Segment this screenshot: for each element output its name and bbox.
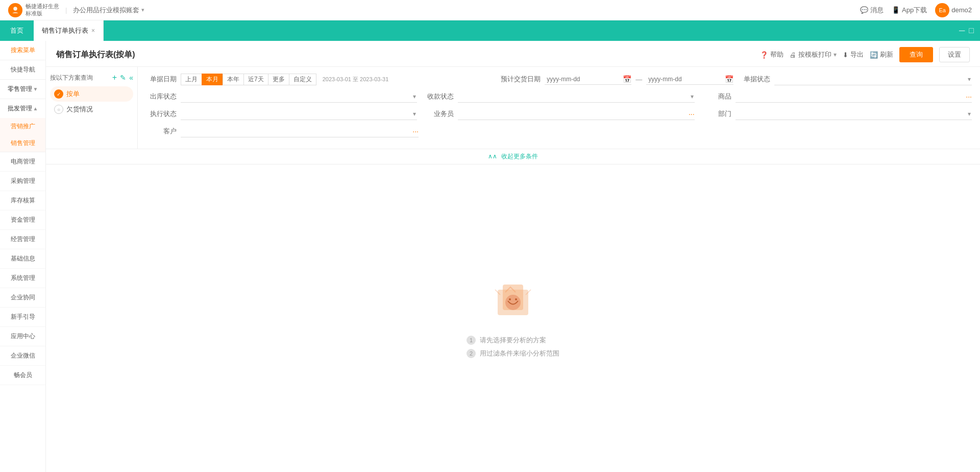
logo-area: 畅捷通好生意 标准版	[8, 3, 59, 17]
sidebar-nav[interactable]: 快捷导航	[0, 60, 45, 80]
collapse-scheme-icon[interactable]: «	[129, 74, 133, 82]
filter-salesman-wrap: ···	[458, 108, 694, 120]
goods-ellipsis-icon[interactable]: ···	[966, 92, 972, 101]
filter-salesman-field: 业务员 ···	[423, 108, 694, 120]
payment-arrow-icon[interactable]: ▾	[691, 93, 694, 100]
message-button[interactable]: 💬 消息	[860, 6, 884, 15]
export-icon: ⬇	[843, 51, 848, 59]
filter-exec-wrap: ▾	[181, 108, 417, 120]
filter-goods-label: 商品	[701, 92, 731, 101]
empty-step-1: 1 请先选择要分析的方案	[467, 336, 559, 345]
refresh-button[interactable]: 🔄 刷新	[870, 50, 893, 59]
filter-date-field: 单据日期 上月 本月 本年 近7天 更多 自定义 2023-03-01 至 20…	[146, 74, 495, 85]
sidebar-item-retail[interactable]: 零售管理 ▼	[0, 80, 45, 99]
sidebar-item-newbie[interactable]: 新手引导	[0, 308, 45, 327]
sidebar-item-system[interactable]: 系统管理	[0, 269, 45, 288]
message-icon: 💬	[860, 6, 868, 14]
settings-button[interactable]: 设置	[939, 47, 970, 62]
filter-row-1: 单据日期 上月 本月 本年 近7天 更多 自定义 2023-03-01 至 20…	[146, 73, 972, 85]
filter-goods-input[interactable]	[736, 90, 966, 102]
filter-goods-field: 商品 ···	[701, 90, 972, 103]
dept-arrow-icon[interactable]: ▾	[968, 110, 971, 117]
filter-payment-wrap: ▾	[458, 90, 694, 103]
help-button[interactable]: ❓ 帮助	[760, 50, 783, 59]
export-button[interactable]: ⬇ 导出	[843, 50, 864, 59]
sidebar-item-finance[interactable]: 资金管理	[0, 210, 45, 230]
sidebar-item-apps[interactable]: 应用中心	[0, 327, 45, 346]
sidebar-item-wechat[interactable]: 企业微信	[0, 346, 45, 366]
step-2-num: 2	[467, 349, 476, 358]
print-button[interactable]: 🖨 按模板打印 ▾	[790, 50, 837, 59]
tab-sales-order[interactable]: 销售订单执行表 ×	[34, 20, 104, 41]
filter-scheme-actions: + ✎ «	[112, 73, 133, 82]
filter-payment-status-field: 收款状态 ▾	[423, 90, 694, 103]
svg-point-3	[505, 295, 521, 310]
page-actions: ❓ 帮助 🖨 按模板打印 ▾ ⬇ 导出 🔄 刷新 查询 设置	[760, 47, 970, 62]
customer-ellipsis-icon[interactable]: ···	[412, 127, 419, 135]
filter-scheme-header: 按以下方案查询 + ✎ «	[50, 73, 133, 82]
page-title: 销售订单执行表(按单)	[56, 50, 135, 60]
filter-salesman-input[interactable]	[458, 108, 689, 120]
filter-bill-status-label: 单据状态	[740, 75, 770, 84]
bill-status-arrow-icon[interactable]: ▾	[968, 76, 971, 83]
filter-expected-date-field: 预计交货日期 📅 — 📅	[501, 74, 733, 85]
date-tab-last-month[interactable]: 上月	[181, 74, 202, 85]
filter-exec-status-field: 执行状态 ▾	[146, 108, 417, 120]
tab-maximize-icon[interactable]: □	[969, 26, 974, 35]
filter-exec-input[interactable]	[181, 108, 417, 120]
sidebar-search[interactable]: 搜索菜单	[0, 41, 45, 60]
date-tab-7days[interactable]: 近7天	[243, 74, 268, 85]
edit-scheme-icon[interactable]: ✎	[120, 74, 126, 82]
date-tab-custom[interactable]: 自定义	[289, 74, 316, 85]
exec-arrow-icon[interactable]: ▾	[413, 110, 416, 117]
sidebar-sub-marketing[interactable]: 营销推广	[0, 118, 45, 135]
date-tab-this-year[interactable]: 本年	[223, 74, 243, 85]
top-bar-title[interactable]: 办公用品行业模拟账套 ▾	[73, 6, 144, 15]
tab-close-icon[interactable]: ×	[91, 27, 95, 34]
filter-bill-status-input[interactable]	[774, 73, 972, 85]
filter-delivery-status-field: 出库状态 ▾	[146, 90, 417, 103]
user-menu[interactable]: Ea demo2	[935, 3, 972, 17]
tab-home[interactable]: 首页	[0, 20, 34, 41]
sidebar-item-inventory[interactable]: 库存核算	[0, 191, 45, 210]
sidebar-item-ecommerce[interactable]: 电商管理	[0, 152, 45, 172]
filter-delivery-input[interactable]	[181, 90, 417, 102]
step-1-num: 1	[467, 336, 476, 345]
logo-icon	[8, 3, 22, 17]
main-layout: 搜索菜单 快捷导航 零售管理 ▼ 批发管理 ▲ 营销推广 销售管理 电商管理 采…	[0, 41, 980, 472]
salesman-ellipsis-icon[interactable]: ···	[689, 110, 695, 118]
collapse-bar[interactable]: ∧∧ 收起更多条件	[46, 149, 980, 164]
filter-payment-input[interactable]	[458, 90, 694, 102]
scheme-item-shortage[interactable]: ○ 欠货情况	[50, 102, 133, 117]
scheme-item-order[interactable]: ✓ 按单	[50, 86, 133, 102]
query-button[interactable]: 查询	[899, 47, 933, 62]
date-tab-this-month[interactable]: 本月	[202, 74, 223, 85]
sidebar-item-purchase[interactable]: 采购管理	[0, 172, 45, 191]
sidebar-item-basic[interactable]: 基础信息	[0, 249, 45, 269]
add-scheme-icon[interactable]: +	[112, 73, 117, 82]
sidebar-item-business[interactable]: 经营管理	[0, 230, 45, 249]
filter-customer-input[interactable]	[181, 125, 412, 137]
page-header: 销售订单执行表(按单) ❓ 帮助 🖨 按模板打印 ▾ ⬇ 导出 🔄 刷新	[46, 41, 980, 67]
date-tabs: 上月 本月 本年 近7天 更多 自定义	[181, 74, 316, 85]
calendar-end-icon[interactable]: 📅	[725, 75, 733, 83]
filter-dept-input[interactable]	[736, 108, 972, 120]
refresh-icon: 🔄	[870, 51, 878, 59]
filter-salesman-label: 业务员	[423, 109, 454, 119]
calendar-start-icon[interactable]: 📅	[623, 75, 631, 83]
filter-panel: 按以下方案查询 + ✎ « ✓ 按单 ○ 欠货情况	[46, 67, 980, 149]
filter-expected-date-start[interactable]	[545, 74, 623, 84]
sidebar-sub-sales[interactable]: 销售管理	[0, 135, 45, 152]
sidebar-item-wholesale[interactable]: 批发管理 ▲ 营销推广 销售管理	[0, 99, 45, 152]
delivery-arrow-icon[interactable]: ▾	[413, 93, 416, 100]
filter-customer-label: 客户	[146, 127, 177, 136]
filter-expected-date-end[interactable]	[646, 74, 724, 84]
tab-minimize-icon[interactable]: ─	[959, 26, 965, 35]
app-download-button[interactable]: 📱 App下载	[892, 6, 927, 15]
sidebar-item-member[interactable]: 畅会员	[0, 366, 45, 385]
sidebar-item-enterprise[interactable]: 企业协同	[0, 288, 45, 308]
filter-bill-status-wrap: ▾	[774, 73, 972, 85]
filter-expected-date-start-wrap: 📅	[545, 74, 631, 85]
tab-bar: 首页 销售订单执行表 × ─ □	[0, 20, 980, 41]
date-tab-more[interactable]: 更多	[268, 74, 289, 85]
